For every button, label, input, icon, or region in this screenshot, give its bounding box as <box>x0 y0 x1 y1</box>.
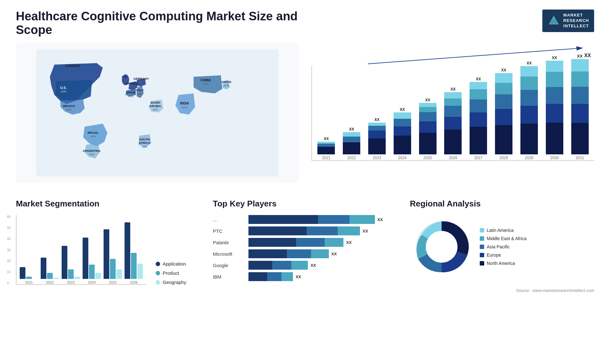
logo-text: MARKET RESEARCH INTELLECT <box>563 13 589 29</box>
svg-text:BRAZIL: BRAZIL <box>88 131 99 134</box>
regional-title: Regional Analysis <box>410 199 594 209</box>
legend-label-latin: Latin America <box>487 228 514 233</box>
donut-chart-svg <box>410 215 473 279</box>
player-row-ibm: IBM XX <box>213 272 397 281</box>
bar-2027: XX 2027 <box>467 77 490 160</box>
player-name-ptc: PTC <box>213 228 245 234</box>
donut-section: Latin America Middle East & Africa Asia … <box>410 215 594 279</box>
donut-legend: Latin America Middle East & Africa Asia … <box>480 228 526 266</box>
bar-2022: XX 2022 <box>341 127 363 160</box>
legend-label-application: Application <box>163 261 186 266</box>
legend-color-apac <box>480 245 484 249</box>
svg-text:xx%: xx% <box>203 82 209 85</box>
main-grid: CANADA xx% U.S. xx% MEXICO xx% BRAZIL xx… <box>16 43 594 192</box>
svg-text:JAPAN: JAPAN <box>221 80 231 84</box>
player-row-palantir: Palantir XX <box>213 238 397 247</box>
bar-2024: XX 2024 <box>391 107 413 160</box>
logo-area: MARKET RESEARCH INTELLECT <box>542 10 594 32</box>
player-row-google: Google XX <box>213 261 397 270</box>
bar-2029: XX 2029 <box>518 61 540 160</box>
growth-bars: XX XX 2021 XX <box>311 65 594 161</box>
svg-text:INDIA: INDIA <box>180 102 189 105</box>
svg-text:xx%: xx% <box>66 108 72 111</box>
svg-text:xx%: xx% <box>61 90 67 93</box>
players-list: ... XX PTC <box>213 215 397 281</box>
svg-text:ARGENTINA: ARGENTINA <box>83 149 101 152</box>
bar-2025: XX 2025 <box>417 98 439 160</box>
seg-chart-area: 0 10 20 30 40 50 60 <box>16 215 200 285</box>
svg-text:xx%: xx% <box>142 145 147 148</box>
player-name-microsoft: Microsoft <box>213 251 245 257</box>
player-name-ibm: IBM <box>213 274 245 280</box>
seg-bar-group-2021: 2021 <box>20 267 38 284</box>
player-row-ptc: PTC XX <box>213 226 397 235</box>
player-bar-wrap-google: XX <box>248 261 397 270</box>
legend-europe: Europe <box>480 253 526 258</box>
svg-text:xx%: xx% <box>129 85 135 89</box>
seg-bar-group-2025: 2025 <box>104 229 122 284</box>
svg-text:MEXICO: MEXICO <box>63 104 75 108</box>
source-text: Source : www.marketresearchintellect.com <box>410 288 594 293</box>
map-section: CANADA xx% U.S. xx% MEXICO xx% BRAZIL xx… <box>16 43 299 183</box>
svg-text:xx%: xx% <box>128 95 133 98</box>
legend-label-europe: Europe <box>487 253 501 258</box>
seg-chart-wrap: 0 10 20 30 40 50 60 <box>16 215 146 285</box>
legend-label-geography: Geography <box>163 280 186 285</box>
bottom-grid: Market Segmentation 0 10 20 30 40 50 60 <box>16 199 594 293</box>
svg-point-40 <box>426 231 458 263</box>
legend-color-mea <box>480 236 484 241</box>
market-segmentation-section: Market Segmentation 0 10 20 30 40 50 60 <box>16 199 200 293</box>
seg-bar-group-2022: 2022 <box>41 258 59 284</box>
page-header: Healthcare Cognitive Computing Market Si… <box>16 10 594 37</box>
legend-apac: Asia Pacific <box>480 244 526 249</box>
svg-text:GERMANY: GERMANY <box>133 77 149 80</box>
regional-section: Regional Analysis <box>410 199 594 293</box>
player-name-palantir: Palantir <box>213 240 245 245</box>
seg-bars: 2021 2022 <box>16 215 146 285</box>
svg-text:xx%: xx% <box>182 105 188 109</box>
svg-text:xx%: xx% <box>224 84 229 87</box>
svg-text:xx%: xx% <box>152 108 158 111</box>
player-bar-wrap-ptc: XX <box>248 226 397 235</box>
svg-text:xx%: xx% <box>91 135 96 138</box>
svg-text:SOUTH: SOUTH <box>139 138 150 141</box>
svg-text:FRANCE: FRANCE <box>125 82 138 85</box>
bar-chart-section: XX XX 2021 XX <box>311 43 594 183</box>
bar-2026: XX 2026 <box>442 87 464 160</box>
svg-text:SPAIN: SPAIN <box>126 91 135 94</box>
segmentation-title: Market Segmentation <box>16 199 200 209</box>
svg-text:ARABIA: ARABIA <box>149 104 161 108</box>
legend-item-application: Application <box>156 261 186 266</box>
logo-icon <box>547 14 560 27</box>
bar-2030: XX 2030 <box>543 56 566 160</box>
svg-text:CANADA: CANADA <box>65 64 80 68</box>
player-bar-wrap-ibm: XX <box>248 272 397 281</box>
legend-label-mea: Middle East & Africa <box>487 236 526 241</box>
legend-item-geography: Geography <box>156 280 186 285</box>
svg-text:xx%: xx% <box>89 153 94 156</box>
legend-color-europe <box>480 253 484 257</box>
legend-dot-geography <box>156 280 160 285</box>
legend-color-na <box>480 261 484 266</box>
player-row-dots: ... XX <box>213 215 397 224</box>
legend-label-apac: Asia Pacific <box>487 244 510 249</box>
svg-text:xx%: xx% <box>139 81 144 84</box>
player-bar-wrap-microsoft: XX <box>248 249 397 258</box>
svg-text:SAUDI: SAUDI <box>151 101 160 104</box>
svg-text:AFRICA: AFRICA <box>139 141 150 145</box>
logo-box: MARKET RESEARCH INTELLECT <box>542 10 594 32</box>
bar-2031: XX 2031 <box>569 54 591 160</box>
svg-text:ITALY: ITALY <box>136 88 144 92</box>
seg-bar-group-2026: 2026 <box>125 222 143 284</box>
player-bar-wrap-dots: XX <box>248 215 397 224</box>
top-xx-label: XX <box>584 53 591 58</box>
legend-dot-application <box>156 262 160 266</box>
svg-text:U.S.: U.S. <box>60 86 67 90</box>
legend-north-america: North America <box>480 261 526 266</box>
bar-2028: XX 2028 <box>493 68 515 160</box>
player-bar-wrap-palantir: XX <box>248 238 397 247</box>
legend-label-na: North America <box>487 261 515 266</box>
legend-latin-america: Latin America <box>480 228 526 233</box>
seg-legend: Application Product Geography <box>152 261 186 285</box>
legend-mea: Middle East & Africa <box>480 236 526 241</box>
